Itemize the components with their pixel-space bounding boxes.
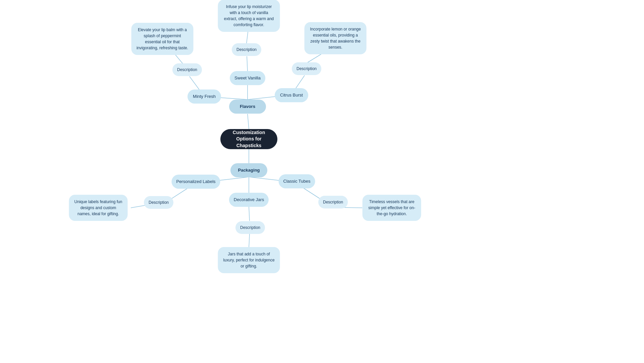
svg-line-7	[247, 56, 248, 71]
center-node: Customization Options for Chapsticks	[220, 129, 277, 149]
connections-svg	[0, 0, 644, 363]
svg-line-5	[190, 76, 200, 90]
personalized-labels-node: Personalized Labels	[171, 175, 220, 189]
svg-line-17	[249, 234, 250, 248]
desc-classic-tubes-node: Description	[318, 196, 348, 208]
minty-fresh-node: Minty Fresh	[187, 89, 221, 104]
desc-vanilla-node: Description	[232, 43, 261, 56]
packaging-node: Packaging	[230, 163, 267, 177]
tooltip-jars-node: Jars that add a touch of luxury, perfect…	[218, 247, 280, 273]
desc-minty-node: Description	[172, 63, 202, 76]
tooltip-citrus-node: Incorporate lemon or orange essential oi…	[305, 22, 367, 54]
classic-tubes-node: Classic Tubes	[279, 174, 315, 188]
svg-line-9	[295, 75, 305, 89]
sweet-vanilla-node: Sweet Vanilla	[230, 71, 265, 85]
decorative-jars-node: Decorative Jars	[229, 193, 269, 207]
citrus-burst-node: Citrus Burst	[275, 88, 308, 102]
svg-line-0	[248, 114, 249, 129]
tooltip-classic-tubes-node: Timeless vessels that are simple yet eff…	[363, 195, 421, 221]
desc-citrus-node: Description	[292, 62, 321, 75]
desc-jars-node: Description	[235, 221, 265, 234]
svg-line-16	[249, 207, 250, 221]
tooltip-personalized-node: Unique labels featuring fun designs and …	[69, 195, 128, 221]
flavors-node: Flavors	[229, 100, 266, 114]
tooltip-vanilla-node: Infuse your lip moisturizer with a touch…	[218, 0, 280, 32]
desc-personalized-node: Description	[144, 196, 173, 209]
mindmap-container: Customization Options for Chapsticks Fla…	[0, 0, 644, 363]
tooltip-minty-node: Elevate your lip balm with a splash of p…	[131, 23, 194, 55]
